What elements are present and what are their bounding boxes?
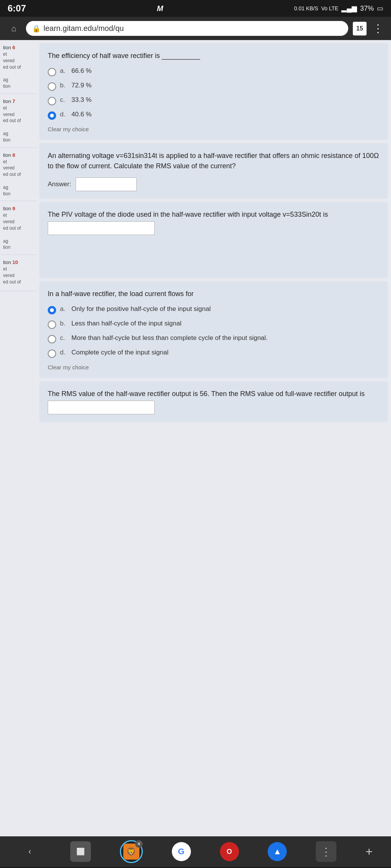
google-button[interactable]: G (172, 842, 191, 861)
option-9c[interactable]: c. More than half-cycle but less than co… (48, 334, 380, 343)
battery-level: 37% (360, 5, 374, 13)
question-7-answer-row: Answer: (48, 177, 380, 191)
option-9d-text: Complete cycle of the input signal (71, 349, 168, 356)
option-6c-text: 33.3 % (71, 96, 92, 104)
bottom-nav: ‹ ⬜ 🦁 ✕ G O ▲ ⋮ + (0, 836, 391, 867)
address-bar[interactable]: 🔒 learn.gitam.edu/mod/qu (26, 21, 348, 36)
plus-button[interactable]: + (365, 845, 373, 859)
answer-label-7: Answer: (48, 180, 71, 188)
question-8-text-container: The PIV voltage of the diode used in the… (48, 209, 380, 235)
sidebar: tion 6 etvereded out ofagtion tion 7 etv… (0, 40, 36, 836)
option-9c-text: More than half-cycle but less than compl… (71, 334, 268, 342)
radio-9d[interactable] (48, 349, 56, 358)
option-6d[interactable]: d. 40.6 % (48, 111, 380, 120)
question-9-options: a. Only for the positive half-cycle of t… (48, 305, 380, 358)
sidebar-item-q6: tion 6 etvereded out ofagtion (0, 40, 36, 94)
radio-9a[interactable] (48, 306, 56, 314)
question-8-text-part1: The PIV voltage of the diode used in the… (48, 209, 328, 220)
option-6b-text: 72.9 % (71, 82, 92, 89)
network-type: Vo LTE (321, 5, 338, 11)
question-9-card: In a half-wave rectifier, the load curre… (39, 281, 388, 378)
sidebar-item-q9: tion 9 etvereded out ofagtion (0, 201, 36, 255)
question-10-text: The RMS value of the half-wave rectifier… (48, 389, 365, 399)
option-9a[interactable]: a. Only for the positive half-cycle of t… (48, 305, 380, 314)
active-browser-button[interactable]: 🦁 ✕ (120, 840, 143, 863)
main-content: tion 6 etvereded out ofagtion tion 7 etv… (0, 40, 391, 836)
sidebar-item-q7: tion 7 etvereded out ofagtion (0, 94, 36, 148)
clear-choice-6[interactable]: Clear my choice (48, 126, 380, 132)
questions-area: The efficiency of half wave rectifier is… (36, 40, 391, 836)
answer-input-8[interactable] (48, 221, 155, 235)
option-6d-text: 40.6 % (71, 111, 92, 118)
question-8-card: The PIV voltage of the diode used in the… (39, 202, 388, 278)
question-6-text: The efficiency of half wave rectifier is… (48, 51, 380, 61)
status-right: 0.01 KB/S Vo LTE ▂▄▆ 37% ▭ (294, 4, 383, 13)
question-9-text: In a half-wave rectifier, the load curre… (48, 289, 380, 299)
data-speed: 0.01 KB/S (294, 5, 318, 11)
status-time: 6:07 (8, 3, 26, 14)
radio-6c[interactable] (48, 97, 56, 105)
battery-icon: ▭ (377, 4, 383, 13)
sidebar-item-q10: tion 10 etvereded out of (0, 255, 36, 291)
back-button[interactable]: ‹ (18, 840, 41, 863)
question-7-text: An alternating voltage v=631sin314t is a… (48, 151, 380, 171)
radio-6b[interactable] (48, 82, 56, 91)
option-9b-text: Less than half-cycle of the input signal (71, 320, 181, 327)
radio-6a[interactable] (48, 68, 56, 76)
question-6-card: The efficiency of half wave rectifier is… (39, 43, 388, 140)
lock-icon: 🔒 (32, 24, 40, 33)
option-6b[interactable]: b. 72.9 % (48, 82, 380, 91)
more-apps-button[interactable]: ⋮ (316, 841, 336, 862)
browser-chrome: ⌂ 🔒 learn.gitam.edu/mod/qu 15 ⋮ (0, 17, 391, 40)
clear-choice-9[interactable]: Clear my choice (48, 364, 380, 370)
radio-9b[interactable] (48, 320, 56, 329)
option-6a-text: 66.6 % (71, 67, 92, 75)
question-10-card: The RMS value of the half-wave rectifier… (39, 381, 388, 422)
signal-bars: ▂▄▆ (341, 4, 357, 13)
opera-button[interactable]: O (220, 842, 239, 861)
status-bar: 6:07 M 0.01 KB/S Vo LTE ▂▄▆ 37% ▭ (0, 0, 391, 17)
option-9d[interactable]: d. Complete cycle of the input signal (48, 349, 380, 358)
sidebar-item-q8: tion 8 etvereded out ofagtion (0, 148, 36, 201)
home-button[interactable]: ⌂ (6, 21, 21, 36)
url-text: learn.gitam.edu/mod/qu (44, 24, 124, 33)
option-6a[interactable]: a. 66.6 % (48, 67, 380, 76)
option-6c[interactable]: c. 33.3 % (48, 96, 380, 105)
status-mail-icon: M (157, 4, 163, 13)
question-6-options: a. 66.6 % b. 72.9 % c. 33.3 % d. 40.6 % (48, 67, 380, 120)
tab-count[interactable]: 15 (353, 22, 367, 35)
question-7-card: An alternating voltage v=631sin314t is a… (39, 143, 388, 199)
menu-button[interactable]: ⋮ (371, 21, 385, 36)
answer-input-7[interactable] (76, 177, 137, 191)
question-10-text-container: The RMS value of the half-wave rectifier… (48, 389, 380, 414)
option-9b[interactable]: b. Less than half-cycle of the input sig… (48, 320, 380, 329)
option-9a-text: Only for the positive half-cycle of the … (71, 305, 211, 313)
radio-9c[interactable] (48, 335, 56, 343)
browser-tab-icon[interactable]: ⬜ (70, 841, 91, 862)
radio-6d[interactable] (48, 111, 56, 120)
answer-input-10[interactable] (48, 401, 155, 414)
up-button[interactable]: ▲ (268, 842, 287, 861)
